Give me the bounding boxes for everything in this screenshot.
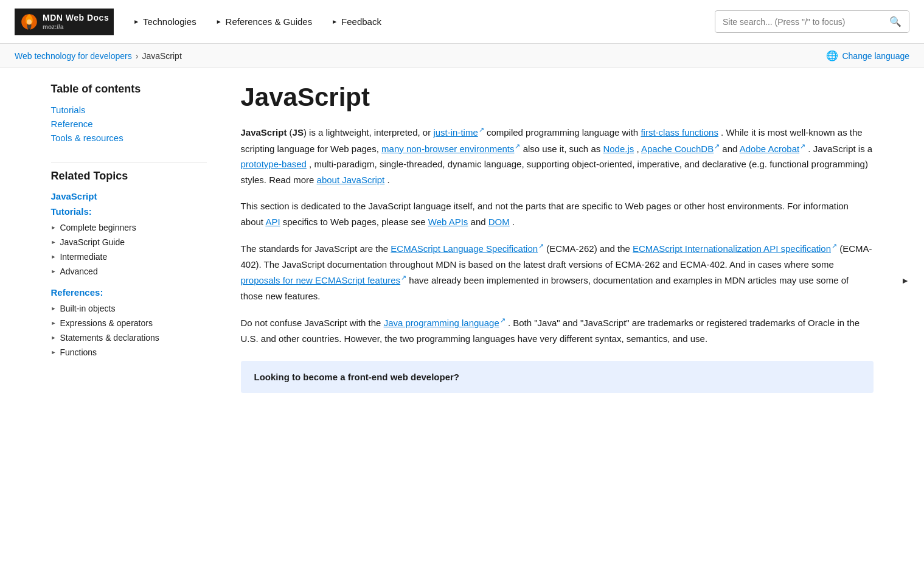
nav-feedback-arrow: ►: [332, 18, 338, 25]
paragraph-java: Do not confuse JavaScript with the Java …: [241, 315, 874, 346]
sidebar-item-complete-beginners[interactable]: ► Complete beginners: [51, 220, 207, 235]
link-non-browser[interactable]: many non-browser environments↗: [381, 144, 520, 154]
toc-title: Table of contents: [51, 83, 207, 96]
search-button[interactable]: 🔍: [882, 11, 909, 32]
sidebar-item-advanced[interactable]: ► Advanced: [51, 264, 207, 279]
expand-icon-functions: ►: [51, 349, 57, 355]
logo-area[interactable]: MDN Web Docs moz://a: [15, 9, 114, 35]
svg-point-1: [27, 19, 32, 24]
ext-icon-proposals: ↗: [401, 272, 406, 284]
p2-text4: .: [512, 217, 515, 227]
expand-icon-intermediate: ►: [51, 254, 57, 260]
text2: compiled programming language with: [487, 127, 641, 138]
link-proposals[interactable]: proposals for new ECMAScript features↗: [241, 275, 407, 285]
expand-icon-beginners: ►: [51, 225, 57, 231]
logo-box[interactable]: MDN Web Docs moz://a: [15, 9, 114, 35]
sidebar-label-js-guide: JavaScript Guide: [60, 237, 125, 247]
sidebar-item-intermediate[interactable]: ► Intermediate: [51, 249, 207, 264]
main-nav: ► Technologies ► References & Guides ► F…: [133, 14, 381, 29]
search-input[interactable]: [715, 12, 882, 32]
breadcrumb: Web technology for developers › JavaScri…: [15, 51, 182, 61]
p2-text3: and: [471, 217, 488, 227]
sidebar: Table of contents Tutorials Reference To…: [51, 83, 221, 393]
text9: .: [387, 175, 389, 185]
toc-link-tools[interactable]: Tools & resources: [51, 131, 207, 145]
js-abbr-paren: (JS): [290, 127, 307, 138]
expand-icon-advanced: ►: [51, 268, 57, 274]
sidebar-tutorials-label: Tutorials:: [51, 206, 207, 217]
highlight-box: Looking to become a front-end web develo…: [241, 361, 874, 393]
site-header: MDN Web Docs moz://a ► Technologies ► Re…: [0, 0, 924, 44]
related-topics-title: Related Topics: [51, 170, 207, 183]
js-bold: JavaScript: [241, 127, 287, 138]
sidebar-item-functions[interactable]: ► Functions: [51, 345, 207, 360]
toc-link-reference[interactable]: Reference: [51, 117, 207, 131]
js-abbr: JS: [293, 127, 304, 138]
highlight-box-text: Looking to become a front-end web develo…: [254, 372, 460, 382]
text5: ,: [636, 144, 641, 154]
sidebar-item-built-in-objects[interactable]: ► Built-in objects: [51, 301, 207, 316]
sidebar-item-expressions-operators[interactable]: ► Expressions & operators: [51, 316, 207, 330]
text7: . JavaScript is a: [808, 144, 872, 154]
sidebar-label-statements: Statements & declarations: [60, 333, 159, 343]
ext-icon-non-browser: ↗: [515, 141, 520, 152]
ext-icon-ecma: ↗: [538, 240, 544, 252]
nav-technologies-arrow: ►: [133, 18, 139, 25]
change-language-button[interactable]: 🌐 Change language: [826, 50, 909, 61]
nav-technologies-label: Technologies: [143, 16, 196, 27]
link-acrobat[interactable]: Adobe Acrobat↗: [740, 144, 805, 154]
link-ecma-spec[interactable]: ECMAScript Language Specification↗: [391, 243, 544, 254]
toc-item-tutorials[interactable]: Tutorials: [51, 103, 207, 117]
paragraph-ecma: The standards for JavaScript are the ECM…: [241, 240, 874, 304]
p4-text1: Do not confuse JavaScript with the: [241, 318, 384, 328]
sidebar-label-intermediate: Intermediate: [60, 252, 107, 262]
nav-feedback-label: Feedback: [341, 16, 381, 27]
link-prototype-based[interactable]: prototype-based: [241, 159, 307, 169]
link-api[interactable]: API: [265, 217, 280, 227]
ext-icon-couchdb: ↗: [714, 141, 720, 152]
p3-text1: The standards for JavaScript are the: [241, 243, 391, 254]
link-dom[interactable]: DOM: [488, 217, 510, 227]
expand-icon-built-in: ►: [51, 305, 57, 312]
mdn-logo-icon: [19, 12, 39, 32]
sidebar-label-expressions: Expressions & operators: [60, 318, 153, 328]
link-couchdb[interactable]: Apache CouchDB↗: [641, 144, 720, 154]
breadcrumb-current: JavaScript: [142, 51, 181, 61]
expand-icon-js-guide: ►: [51, 239, 57, 245]
toc-item-reference[interactable]: Reference: [51, 117, 207, 131]
link-ecma-intl[interactable]: ECMAScript Internationalization API spec…: [633, 243, 837, 254]
toc-list: Tutorials Reference Tools & resources: [51, 103, 207, 145]
link-just-in-time[interactable]: just-in-time↗: [433, 127, 484, 138]
ext-icon-ecma-intl: ↗: [832, 240, 837, 252]
breadcrumb-parent-link[interactable]: Web technology for developers: [15, 51, 132, 61]
link-java-lang[interactable]: Java programming language↗: [384, 318, 505, 328]
scroll-arrow[interactable]: ►: [901, 276, 909, 285]
text6: and: [722, 144, 739, 154]
toc-item-tools[interactable]: Tools & resources: [51, 131, 207, 145]
logo-title: MDN Web Docs: [43, 12, 109, 23]
nav-feedback[interactable]: ► Feedback: [332, 14, 381, 29]
logo-text-block: MDN Web Docs moz://a: [43, 12, 109, 31]
link-about-js[interactable]: about JavaScript: [317, 175, 385, 185]
text1: is a lightweight, interpreted, or: [309, 127, 433, 138]
nav-technologies[interactable]: ► Technologies: [133, 14, 196, 29]
sidebar-divider-1: [51, 162, 207, 162]
link-nodejs[interactable]: Node.js: [603, 144, 634, 154]
nav-references-guides[interactable]: ► References & Guides: [216, 14, 312, 29]
link-web-apis[interactable]: Web APIs: [428, 217, 468, 227]
sidebar-js-label[interactable]: JavaScript: [51, 191, 207, 201]
paragraph-section: This section is dedicated to the JavaScr…: [241, 198, 874, 229]
sidebar-item-js-guide[interactable]: ► JavaScript Guide: [51, 235, 207, 249]
search-bar: 🔍: [715, 10, 909, 33]
toc-link-tutorials[interactable]: Tutorials: [51, 103, 207, 117]
page-title: JavaScript: [241, 83, 874, 112]
breadcrumb-bar: Web technology for developers › JavaScri…: [0, 44, 924, 68]
change-language-label: Change language: [842, 51, 909, 61]
ext-icon-jit: ↗: [479, 124, 484, 136]
p2-text2: specifics to Web pages, please see: [283, 217, 428, 227]
sidebar-label-built-in: Built-in objects: [60, 304, 115, 313]
p3-text2: (ECMA-262) and the: [546, 243, 633, 254]
nav-references-label: References & Guides: [226, 16, 313, 27]
sidebar-item-statements[interactable]: ► Statements & declarations: [51, 330, 207, 345]
link-first-class-functions[interactable]: first-class functions: [641, 127, 718, 138]
